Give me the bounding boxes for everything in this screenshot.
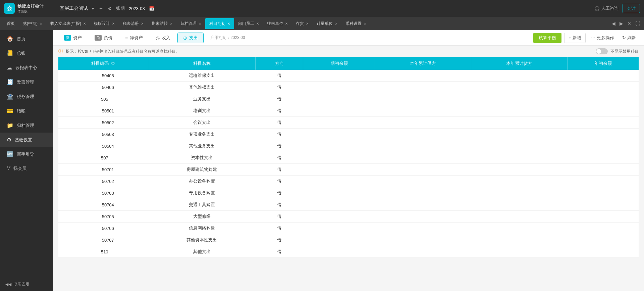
tab-bar-right: ◀ ▶ ✕ ⛶ (610, 21, 641, 26)
cell-direction: 借 (256, 176, 303, 187)
col-settings-icon[interactable]: ⚙ (111, 61, 115, 66)
add-tab-btn[interactable]: ＋ (98, 5, 104, 12)
tab-unit[interactable]: 计量单位 ✕ (313, 18, 341, 29)
table-row[interactable]: 50405 运输维保支出 借 (58, 70, 639, 82)
tab-close-icon[interactable]: ✕ (141, 22, 144, 26)
table-row[interactable]: 510 其他支出 借 (58, 246, 639, 258)
table-row[interactable]: 50406 其他维权支出 借 (58, 82, 639, 93)
cell-code: 50504 (58, 140, 148, 152)
tab-next-btn[interactable]: ▶ (618, 21, 625, 26)
cell-code: 50503 (58, 129, 148, 140)
sub-tab-net-asset[interactable]: ≡ 净资产 (119, 33, 149, 43)
disabled-toggle-switch[interactable] (596, 48, 608, 54)
tab-income-report[interactable]: 收入支出表(年报) ✕ (46, 18, 90, 29)
tab-tax[interactable]: 税表清册 ✕ (119, 18, 148, 29)
sub-tab-income[interactable]: ◎ 收入 (150, 33, 176, 43)
service-btn[interactable]: 🎧 人工咨询 (594, 5, 619, 11)
tab-close-icon[interactable]: ✕ (40, 22, 42, 26)
cell-name: 信息网络购建 (148, 223, 256, 234)
table-row[interactable]: 50704 交通工具购置 借 (58, 199, 639, 211)
tab-period-end[interactable]: 期末结转 ✕ (148, 18, 176, 29)
cancel-pin-btn[interactable]: ◀◀ 取消固定 (0, 277, 53, 291)
cell-ytd-credit (471, 223, 567, 234)
table-row[interactable]: 507 资本性支出 借 (58, 152, 639, 164)
company-name[interactable]: 基层工会测试 (60, 5, 88, 11)
account-btn[interactable]: 会计 (623, 4, 640, 13)
sidebar-item-member[interactable]: V 畅会员 (0, 161, 53, 176)
cell-ytd-debit (375, 117, 471, 129)
tab-fullscreen-btn[interactable]: ⛶ (634, 21, 641, 26)
table-row[interactable]: 50707 其他资本性支出 借 (58, 234, 639, 246)
cell-name: 大型修缮 (148, 211, 256, 223)
table-row[interactable]: 50501 培训支出 借 (58, 105, 639, 117)
sidebar-item-settlement[interactable]: 💳 结账 (0, 104, 53, 118)
tab-department[interactable]: 部门员工 ✕ (234, 18, 263, 29)
hint-bar: ⓘ 提示：按Ctrl + F键并输入科目编码或者科目名称可以查找科目。 不显示禁… (53, 46, 644, 57)
sidebar-item-home[interactable]: 🏠 首页 (0, 32, 53, 46)
table-row[interactable]: 50502 会议支出 借 (58, 117, 639, 129)
sidebar-item-ledger[interactable]: 📒 总账 (0, 46, 53, 60)
company-dropdown-icon[interactable]: ▾ (92, 6, 94, 11)
tab-prev-btn[interactable]: ◀ (610, 21, 617, 26)
tab-close-icon[interactable]: ✕ (335, 22, 337, 26)
tab-close-icon[interactable]: ✕ (306, 22, 309, 26)
tab-currency[interactable]: 币种设置 ✕ (341, 18, 370, 29)
col-ytd-credit: 本年累计贷方 (471, 57, 567, 70)
cell-ytd-credit (471, 93, 567, 105)
tab-close-icon[interactable]: ✕ (112, 22, 115, 26)
tab-subject-period[interactable]: 科目期初 ✕ (205, 18, 234, 29)
content-area: 资 资产 负 负债 ≡ 净资产 ◎ 收入 ⊕ 支出 启用期间：2023.03 试… (53, 30, 644, 291)
sub-tab-expense[interactable]: ⊕ 支出 (177, 33, 204, 43)
sidebar-item-guide[interactable]: 🆕 新手引导 (0, 147, 53, 161)
tab-home[interactable]: 首页 (3, 18, 19, 29)
tab-archive[interactable]: 归档管理 ✕ (176, 18, 205, 29)
table-row[interactable]: 50702 办公设备购置 借 (58, 176, 639, 187)
cell-ytd-debit (375, 82, 471, 93)
tab-close-icon[interactable]: ✕ (364, 22, 366, 26)
add-btn[interactable]: + 新增 (564, 33, 586, 43)
calendar-icon[interactable]: 📅 (149, 6, 154, 11)
sidebar-item-cloud-report[interactable]: ☁ 云报表中心 (0, 60, 53, 75)
more-ops-btn[interactable]: ⋯ 更多操作 (588, 33, 617, 43)
table-row[interactable]: 50701 房屋建筑物购建 借 (58, 164, 639, 176)
tab-close-icon[interactable]: ✕ (199, 22, 201, 26)
table-row[interactable]: 50503 专项业务支出 借 (58, 129, 639, 140)
cell-code: 50707 (58, 234, 148, 246)
sub-tab-asset[interactable]: 资 资产 (58, 33, 88, 43)
table-row[interactable]: 505 业务支出 借 (58, 93, 639, 105)
tab-close-icon[interactable]: ✕ (256, 22, 259, 26)
sub-tab-label: 负债 (104, 35, 112, 41)
tab-period[interactable]: 览(中期) ✕ (19, 18, 46, 29)
more-label: 更多操作 (597, 35, 614, 41)
top-header: 会 畅捷通好会计 体验版 基层工会测试 ▾ ＋ ⚙ 账期 2023-03 📅 🎧… (0, 0, 644, 17)
cell-ytd-credit (471, 140, 567, 152)
cell-direction: 借 (256, 199, 303, 211)
sidebar-item-tax[interactable]: 🏦 税务管理 (0, 89, 53, 104)
cell-code: 510 (58, 246, 148, 258)
table-row[interactable]: 50504 其他业务支出 借 (58, 140, 639, 152)
sidebar: 🏠 首页 📒 总账 ☁ 云报表中心 🧾 发票管理 🏦 税务管理 💳 结账 📁 归… (0, 30, 53, 291)
sidebar-item-archive[interactable]: 📁 归档管理 (0, 118, 53, 133)
tab-label: 计量单位 (317, 21, 333, 27)
table-row[interactable]: 50703 专用设备购置 借 (58, 187, 639, 199)
settings-icon[interactable]: ⚙ (108, 6, 112, 11)
tab-contact[interactable]: 往来单位 ✕ (263, 18, 292, 29)
cell-opening-balance (303, 246, 375, 258)
tab-close-all-btn[interactable]: ✕ (626, 21, 633, 26)
cell-direction: 借 (256, 164, 303, 176)
sub-tab-label: 净资产 (130, 35, 143, 41)
calc-balance-btn[interactable]: 试算平衡 (533, 33, 561, 43)
cell-direction: 借 (256, 82, 303, 93)
table-row[interactable]: 50706 信息网络购建 借 (58, 223, 639, 234)
tab-close-icon[interactable]: ✕ (227, 22, 230, 26)
tab-inventory[interactable]: 存货 ✕ (292, 18, 313, 29)
sub-tab-liability[interactable]: 负 负债 (89, 33, 118, 43)
tab-close-icon[interactable]: ✕ (170, 22, 172, 26)
sidebar-item-settings[interactable]: ⚙ 基础设置 (0, 133, 53, 147)
refresh-btn[interactable]: ↻ 刷新 (620, 33, 639, 43)
tab-close-icon[interactable]: ✕ (285, 22, 288, 26)
table-row[interactable]: 50705 大型修缮 借 (58, 211, 639, 223)
tab-template[interactable]: 模版设计 ✕ (90, 18, 119, 29)
tab-close-icon[interactable]: ✕ (83, 22, 86, 26)
sidebar-item-invoice[interactable]: 🧾 发票管理 (0, 75, 53, 89)
